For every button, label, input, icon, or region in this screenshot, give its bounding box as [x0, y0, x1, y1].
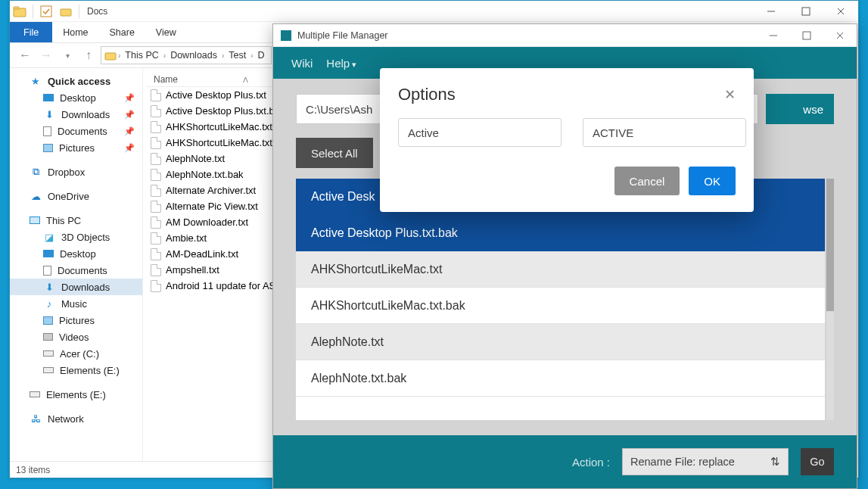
action-value: Rename File: replace	[630, 456, 735, 468]
options-dialog: Options ✕ Cancel OK	[380, 68, 754, 212]
breadcrumb[interactable]: This PC	[122, 50, 161, 61]
nav-label: Acer (C:)	[60, 348, 99, 360]
nav-drive-c[interactable]: Acer (C:)	[10, 345, 142, 362]
chevron-right-icon[interactable]: ›	[117, 51, 122, 60]
find-input[interactable]	[398, 118, 562, 147]
nav-elements-drive[interactable]: Elements (E:)	[10, 386, 142, 403]
forward-button[interactable]: →	[37, 46, 55, 64]
svg-rect-5	[802, 8, 810, 15]
minimize-button[interactable]	[757, 24, 790, 47]
tab-share[interactable]: Share	[99, 22, 145, 42]
mfm-title-text: Multiple File Manager	[297, 30, 388, 41]
chevron-right-icon[interactable]: ›	[220, 51, 226, 60]
tab-view[interactable]: View	[145, 22, 187, 42]
checkbox-toggle-icon[interactable]	[39, 5, 53, 18]
menu-help[interactable]: Help	[326, 57, 356, 70]
mfm-footer: Action : Rename File: replace ⇅ Go	[273, 435, 857, 488]
close-icon[interactable]: ✕	[724, 86, 736, 103]
nav-this-pc[interactable]: This PC	[10, 212, 142, 229]
breadcrumb[interactable]: D	[255, 50, 268, 61]
action-label: Action :	[572, 456, 610, 469]
back-button[interactable]: ←	[16, 46, 34, 64]
file-name: Active Desktop Plus.txt	[166, 89, 266, 101]
scrollbar-thumb[interactable]	[826, 179, 834, 311]
mfm-file-list[interactable]: Active DeskActive Desktop Plus.txt.bakAH…	[296, 179, 825, 420]
nav-3d-objects[interactable]: ◪3D Objects	[10, 229, 142, 245]
mfm-file-row[interactable]: AlephNote.txt	[296, 324, 825, 360]
breadcrumb[interactable]: Test	[226, 50, 249, 61]
explorer-title: Docs	[87, 6, 107, 17]
nav-documents-pc[interactable]: Documents	[10, 262, 142, 279]
star-icon: ★	[30, 75, 42, 87]
cloud-icon: ☁	[30, 190, 42, 202]
action-select[interactable]: Rename File: replace ⇅	[622, 448, 789, 475]
menu-wiki[interactable]: Wiki	[291, 57, 313, 70]
nav-dropbox[interactable]: ⧉Dropbox	[10, 164, 142, 180]
close-button[interactable]	[823, 1, 858, 22]
tab-home[interactable]: Home	[52, 22, 98, 42]
chevron-right-icon[interactable]: ›	[249, 51, 254, 60]
recent-dropdown[interactable]: ▾	[58, 46, 76, 64]
mfm-file-row[interactable]: Active Desktop Plus.txt.bak	[296, 215, 825, 251]
tab-file[interactable]: File	[10, 22, 52, 42]
nav-label: Pictures	[59, 315, 95, 326]
sort-indicator-icon: ᐱ	[243, 76, 248, 84]
svg-rect-2	[41, 6, 51, 17]
nav-documents[interactable]: Documents📌	[10, 123, 142, 139]
mfm-file-row[interactable]: AHKShortcutLikeMac.txt	[296, 251, 825, 288]
select-all-button[interactable]: Select All	[296, 138, 373, 168]
scrollbar[interactable]	[826, 179, 834, 420]
breadcrumb[interactable]: Downloads	[167, 50, 220, 61]
nav-pictures[interactable]: Pictures📌	[10, 139, 142, 156]
replace-input[interactable]	[583, 118, 746, 147]
maximize-button[interactable]	[789, 1, 823, 22]
mfm-file-row[interactable]: AlephNote.txt.bak	[296, 360, 825, 397]
file-icon	[151, 248, 161, 260]
nav-label: Dropbox	[48, 167, 85, 178]
document-icon	[43, 126, 51, 136]
nav-network[interactable]: 🖧Network	[10, 410, 142, 427]
nav-pictures-pc[interactable]: Pictures	[10, 312, 142, 329]
go-button[interactable]: Go	[801, 448, 834, 475]
browse-button[interactable]: wse	[766, 94, 834, 124]
nav-drive-e[interactable]: Elements (E:)	[10, 362, 142, 378]
nav-videos[interactable]: Videos	[10, 329, 142, 345]
file-icon	[151, 264, 161, 276]
chevron-right-icon[interactable]: ›	[162, 51, 167, 60]
file-icon	[151, 169, 161, 181]
nav-label: Downloads	[61, 282, 110, 293]
nav-label: 3D Objects	[61, 232, 110, 243]
drive-icon	[43, 367, 54, 373]
file-name: Alternate Archiver.txt	[166, 185, 256, 196]
nav-pane[interactable]: ★ Quick access Desktop📌 ⬇Downloads📌 Docu…	[10, 68, 143, 461]
nav-downloads[interactable]: ⬇Downloads📌	[10, 106, 142, 123]
cancel-button[interactable]: Cancel	[614, 167, 680, 195]
ok-button[interactable]: OK	[689, 167, 736, 195]
nav-onedrive[interactable]: ☁OneDrive	[10, 188, 142, 204]
download-icon: ⬇	[43, 108, 55, 120]
file-icon	[151, 137, 161, 149]
column-header-label: Name	[154, 74, 178, 85]
close-button[interactable]	[823, 24, 857, 47]
mfm-titlebar[interactable]: Multiple File Manager	[273, 24, 857, 47]
nav-desktop[interactable]: Desktop📌	[10, 89, 142, 106]
nav-music[interactable]: ♪Music	[10, 295, 142, 312]
nav-downloads-pc[interactable]: ⬇Downloads	[10, 279, 142, 295]
folder-icon	[13, 5, 26, 18]
maximize-button[interactable]	[790, 24, 823, 47]
minimize-button[interactable]	[754, 1, 789, 22]
computer-icon	[30, 216, 40, 224]
address-bar[interactable]: › This PC › Downloads › Test › D	[101, 46, 272, 64]
up-button[interactable]: ↑	[79, 46, 98, 64]
folder-small-icon	[59, 5, 73, 18]
explorer-titlebar[interactable]: Docs	[10, 1, 858, 22]
mfm-file-row[interactable]: AHKShortcutLikeMac.txt.bak	[296, 288, 825, 324]
file-name: Ampshell.txt	[166, 264, 219, 276]
nav-label: This PC	[46, 215, 81, 226]
nav-label: Desktop	[60, 248, 96, 260]
svg-rect-8	[803, 32, 810, 39]
nav-desktop-pc[interactable]: Desktop	[10, 245, 142, 262]
nav-quick-access[interactable]: ★ Quick access	[10, 73, 142, 89]
chevron-up-down-icon: ⇅	[770, 456, 780, 468]
file-name: Active Desktop Plus.txt.bak	[166, 105, 285, 117]
